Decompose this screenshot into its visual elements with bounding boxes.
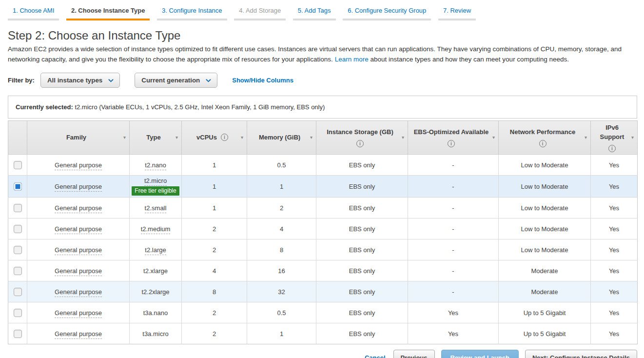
tab-configure-instance[interactable]: 3. Configure Instance: [157, 7, 227, 20]
ebs-optimized-cell: -: [408, 239, 499, 260]
sort-caret-icon[interactable]: ▾: [176, 135, 178, 140]
sort-caret-icon[interactable]: ▾: [585, 135, 587, 140]
type-cell[interactable]: t3a.nano: [143, 309, 168, 317]
storage-cell: EBS only: [316, 239, 408, 260]
vcpus-cell: 4: [182, 260, 247, 281]
info-icon[interactable]: i: [356, 140, 364, 147]
table-row[interactable]: General purposet3a.micro21EBS onlyYesUp …: [8, 323, 638, 344]
ipv6-cell: Yes: [591, 155, 638, 176]
family-cell[interactable]: General purpose: [55, 288, 102, 297]
table-row[interactable]: General purposet3a.nano20.5EBS onlyYesUp…: [8, 302, 638, 323]
learn-more-link[interactable]: Learn more: [335, 56, 369, 63]
info-icon[interactable]: i: [539, 140, 546, 147]
tab-choose-ami[interactable]: 1. Choose AMI: [8, 7, 59, 20]
header-instance-storage[interactable]: Instance Storage (GB) i ▾: [316, 120, 408, 154]
ipv6-cell: Yes: [591, 302, 638, 323]
header-memory[interactable]: Memory (GiB) ▾: [247, 120, 316, 154]
type-cell[interactable]: t3a.micro: [142, 330, 168, 338]
row-checkbox[interactable]: [14, 246, 22, 254]
storage-cell: EBS only: [316, 302, 408, 323]
tab-configure-security-group[interactable]: 6. Configure Security Group: [343, 7, 431, 20]
family-cell[interactable]: General purpose: [55, 246, 102, 255]
storage-cell: EBS only: [316, 155, 408, 176]
vcpus-cell: 2: [182, 323, 247, 344]
header-ipv6-support[interactable]: IPv6 Support i ▾: [591, 120, 638, 154]
type-cell[interactable]: t2.medium: [141, 225, 171, 234]
header-instance-storage-label: Instance Storage (GB): [319, 127, 401, 137]
tab-choose-instance-type[interactable]: 2. Choose Instance Type: [66, 7, 150, 20]
type-cell[interactable]: t2.nano: [145, 161, 166, 170]
table-row[interactable]: General purposet2.medium24EBS only-Low t…: [8, 219, 638, 239]
chevron-down-icon: [108, 77, 114, 84]
storage-cell: EBS only: [316, 176, 408, 198]
sort-caret-icon[interactable]: ▾: [241, 135, 243, 140]
info-icon[interactable]: i: [448, 140, 455, 147]
row-checkbox[interactable]: [14, 267, 22, 275]
header-ebs-optimized[interactable]: EBS-Optimized Available i ▾: [408, 120, 499, 154]
sort-caret-icon[interactable]: ▾: [631, 135, 634, 140]
sort-caret-icon[interactable]: ▾: [402, 135, 404, 140]
cancel-link[interactable]: Cancel: [365, 354, 386, 358]
type-cell[interactable]: t2.xlarge: [143, 267, 168, 275]
family-cell[interactable]: General purpose: [55, 161, 102, 170]
memory-cell: 32: [247, 281, 316, 302]
table-row[interactable]: General purposet2.large28EBS only-Low to…: [8, 239, 638, 260]
storage-cell: EBS only: [316, 260, 408, 281]
previous-button[interactable]: Previous: [393, 350, 435, 358]
table-row[interactable]: General purposet2.microFree tier eligibl…: [8, 176, 638, 198]
type-cell[interactable]: t2.large: [145, 246, 166, 255]
type-cell[interactable]: t2.2xlarge: [141, 288, 169, 296]
generation-dropdown[interactable]: Current generation: [135, 73, 217, 88]
row-checkbox[interactable]: [14, 288, 22, 296]
family-cell[interactable]: General purpose: [55, 183, 102, 192]
memory-cell: 16: [247, 260, 316, 281]
network-cell: Moderate: [499, 260, 591, 281]
family-cell[interactable]: General purpose: [55, 309, 102, 318]
description-text-tail: about instance types and how they can me…: [370, 56, 569, 63]
info-icon[interactable]: i: [221, 134, 228, 141]
info-icon[interactable]: i: [608, 145, 616, 152]
family-cell[interactable]: General purpose: [55, 225, 102, 234]
table-row[interactable]: General purposet2.xlarge416EBS only-Mode…: [8, 260, 638, 281]
table-row[interactable]: General purposet2.small12EBS only-Low to…: [8, 198, 638, 219]
sort-caret-icon[interactable]: ▾: [492, 135, 495, 140]
ebs-optimized-cell: Yes: [408, 302, 499, 323]
vcpus-cell: 1: [182, 176, 247, 198]
table-row[interactable]: General purposet2.nano10.5EBS only-Low t…: [8, 155, 638, 176]
row-checkbox[interactable]: [14, 225, 22, 233]
row-checkbox-checked[interactable]: [14, 182, 22, 191]
tab-add-tags[interactable]: 5. Add Tags: [293, 7, 336, 20]
type-cell[interactable]: t2.small: [145, 204, 167, 213]
sort-caret-icon[interactable]: ▾: [123, 135, 126, 140]
header-network-performance[interactable]: Network Performance i ▾: [499, 120, 591, 154]
vcpus-cell: 1: [182, 198, 247, 219]
network-cell: Low to Moderate: [499, 239, 591, 260]
row-checkbox[interactable]: [14, 309, 22, 317]
instance-family-dropdown[interactable]: All instance types: [40, 73, 120, 88]
header-family[interactable]: Family ▾: [27, 120, 130, 154]
row-checkbox[interactable]: [14, 161, 22, 169]
ebs-optimized-cell: -: [408, 260, 499, 281]
table-row[interactable]: General purposet2.2xlarge832EBS only-Mod…: [8, 281, 638, 302]
chevron-down-icon: [206, 77, 211, 84]
sort-caret-icon[interactable]: ▾: [310, 135, 312, 140]
header-vcpus[interactable]: vCPUs i ▾: [182, 120, 247, 154]
tab-review[interactable]: 7. Review: [438, 7, 476, 20]
network-cell: Low to Moderate: [499, 176, 591, 198]
family-cell[interactable]: General purpose: [55, 204, 102, 213]
row-checkbox[interactable]: [14, 204, 22, 212]
show-hide-columns-link[interactable]: Show/Hide Columns: [232, 77, 293, 84]
wizard-page: 1. Choose AMI 2. Choose Instance Type 3.…: [0, 0, 644, 358]
row-checkbox[interactable]: [14, 330, 22, 338]
ebs-optimized-cell: Yes: [408, 323, 499, 344]
storage-cell: EBS only: [316, 281, 408, 302]
ipv6-cell: Yes: [591, 260, 638, 281]
family-cell[interactable]: General purpose: [55, 267, 102, 276]
header-network-performance-label: Network Performance: [502, 127, 584, 137]
header-type[interactable]: Type ▾: [130, 120, 182, 154]
next-configure-instance-details-button[interactable]: Next: Configure Instance Details: [525, 350, 637, 358]
family-cell[interactable]: General purpose: [55, 330, 102, 339]
storage-cell: EBS only: [316, 219, 408, 239]
memory-cell: 4: [247, 219, 316, 239]
review-and-launch-button[interactable]: Review and Launch: [441, 350, 519, 358]
